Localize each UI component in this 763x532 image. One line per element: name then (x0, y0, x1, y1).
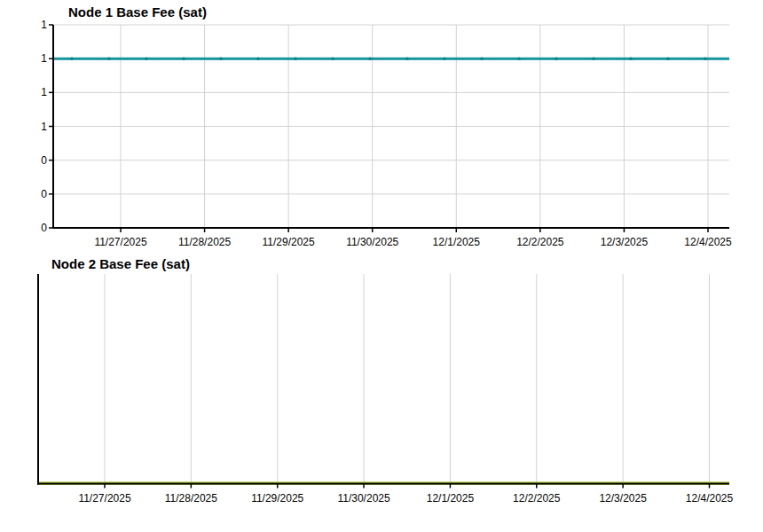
y-tick-label: 0 (41, 154, 47, 167)
x-tick-label: 11/29/2025 (263, 236, 315, 248)
x-tick-label: 12/4/2025 (684, 236, 732, 248)
node1-series-marker (368, 57, 371, 59)
x-tick-label: 12/2/2025 (513, 492, 561, 505)
node1-series-marker (629, 57, 632, 59)
x-tick-label: 11/30/2025 (346, 236, 398, 248)
node1-series-marker (219, 57, 222, 59)
x-tick-label: 11/27/2025 (78, 492, 130, 505)
node1-series-marker (443, 57, 445, 59)
y-tick-label: 1 (41, 19, 47, 31)
node1-series-marker (107, 57, 110, 59)
node1-series-marker (555, 57, 557, 59)
x-tick-label: 12/1/2025 (433, 236, 481, 248)
x-tick-label: 11/27/2025 (94, 236, 146, 248)
x-tick-label: 12/1/2025 (427, 492, 475, 505)
node1-series-marker (145, 57, 147, 59)
node1-series-marker (405, 57, 408, 59)
node1-series-marker (517, 57, 520, 59)
node1-series-marker (70, 57, 73, 59)
node1-series-marker (480, 57, 483, 59)
node1-series-marker (331, 57, 334, 59)
y-tick-label: 1 (41, 86, 47, 98)
x-tick-label: 11/30/2025 (337, 492, 389, 505)
node1-series-marker (294, 57, 296, 59)
charts-page: 111100011/27/202511/28/202511/29/202511/… (0, 0, 763, 532)
y-tick-label: 0 (41, 222, 47, 234)
chart2-title: Node 2 Base Fee (sat) (51, 256, 190, 271)
node1-series-marker (592, 57, 594, 59)
node1-series-marker (182, 57, 185, 59)
y-tick-label: 0 (41, 188, 47, 200)
y-tick-label: 1 (41, 52, 47, 65)
x-tick-label: 12/3/2025 (601, 236, 649, 248)
node1-series-marker (666, 57, 669, 59)
node1-series-marker (704, 57, 706, 59)
x-tick-label: 11/28/2025 (178, 236, 231, 248)
x-tick-label: 12/4/2025 (686, 492, 734, 505)
x-tick-label: 12/3/2025 (599, 492, 647, 505)
y-tick-label: 1 (41, 121, 47, 133)
chart1-title: Node 1 Base Fee (sat) (68, 4, 207, 20)
x-tick-label: 12/2/2025 (516, 236, 564, 248)
x-tick-label: 11/28/2025 (165, 492, 217, 505)
x-tick-label: 11/29/2025 (251, 492, 303, 505)
node1-series-marker (256, 57, 259, 59)
